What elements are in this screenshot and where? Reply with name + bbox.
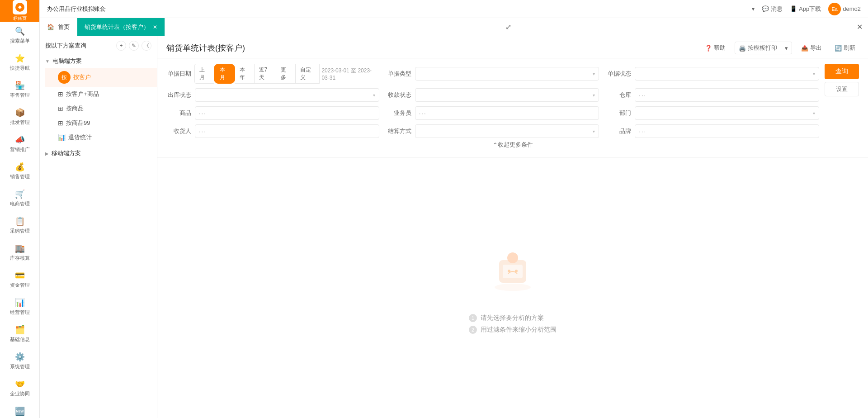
- out-status-select[interactable]: ▾: [195, 88, 379, 102]
- messages-button[interactable]: 💬 消息: [762, 5, 783, 13]
- order-type-chevron-icon: ▾: [593, 71, 595, 76]
- empty-tips: 1 请先选择要分析的方案 2 用过滤条件来缩小分析范围: [469, 314, 557, 334]
- order-type-select[interactable]: ▾: [415, 67, 599, 81]
- filter-row-3: 商品 ··· 业务员 ···: [166, 106, 819, 120]
- tree-desktop-header[interactable]: ▼ 电脑端方案: [40, 54, 157, 68]
- query-button[interactable]: 查询: [825, 64, 859, 79]
- order-status-select[interactable]: ▾: [635, 67, 819, 81]
- user-menu[interactable]: Ea demo2: [828, 3, 861, 15]
- fullscreen-icon: ⤢: [505, 23, 511, 31]
- tab-sales-stats[interactable]: 销货单统计表（按客户） ✕: [77, 18, 165, 36]
- edit-scheme-button[interactable]: ✎: [129, 41, 139, 51]
- warehouse-input[interactable]: ···: [635, 88, 819, 102]
- close-window-icon: ✕: [857, 23, 863, 31]
- empty-tip-1: 1 请先选择要分析的方案: [469, 314, 557, 322]
- tree-mobile-toggle-icon: ▶: [45, 151, 49, 156]
- left-panel: 按以下方案查询 + ✎ 《 ▼ 电脑端方案 按 按客户: [40, 36, 157, 418]
- date-btn-last-month[interactable]: 上月: [194, 64, 214, 84]
- search-icon: 🔍: [15, 26, 25, 36]
- sidebar-item-newbie[interactable]: 🆕 新手引导: [0, 402, 39, 418]
- sidebar-item-base[interactable]: 🗂️ 基础信息: [0, 320, 39, 347]
- tree-item-by-goods-99[interactable]: ⊞ 按商品99: [45, 116, 157, 130]
- sidebar-item-purchase[interactable]: 📋 采购管理: [0, 212, 39, 239]
- grid-icon-3: ⊞: [58, 119, 63, 127]
- sidebar-item-operations[interactable]: 📊 经营管理: [0, 293, 39, 320]
- sidebar-item-search[interactable]: 🔍 搜索菜单: [0, 22, 39, 49]
- sidebar-item-enterprise[interactable]: 🤝 企业协同: [0, 375, 39, 402]
- date-btn-custom[interactable]: 自定义: [295, 64, 320, 84]
- tab-home[interactable]: 🏠 首页: [40, 18, 77, 36]
- help-button[interactable]: ❓ 帮助: [701, 42, 729, 54]
- date-btn-more[interactable]: 更多: [276, 64, 296, 84]
- date-btn-7days[interactable]: 近7天: [254, 64, 277, 84]
- order-status-label: 单据状态: [606, 70, 631, 78]
- bar-icon: 📊: [58, 134, 66, 141]
- print-dropdown-button[interactable]: ▾: [781, 43, 792, 53]
- settings-button[interactable]: 设置: [825, 82, 859, 96]
- sidebar-item-shortcuts[interactable]: ⭐ 快捷导航: [0, 49, 39, 76]
- print-button[interactable]: 🖨️ 按模板打印: [735, 42, 781, 54]
- collapse-panel-button[interactable]: 《: [142, 41, 151, 51]
- sidebar-item-retail[interactable]: 🏪 零售管理: [0, 76, 39, 103]
- payment-status-label: 收款状态: [387, 91, 411, 99]
- tree-item-customer-goods[interactable]: ⊞ 按客户+商品: [45, 87, 157, 101]
- topbar-actions: 💬 消息 📱 App下载 Ea demo2: [762, 3, 861, 15]
- sidebar-item-system[interactable]: ⚙️ 系统管理: [0, 347, 39, 375]
- export-button[interactable]: 📤 导出: [797, 42, 826, 54]
- date-btn-this-year[interactable]: 本年: [235, 64, 255, 84]
- warehouse-label: 仓库: [606, 91, 631, 99]
- collapse-more-button[interactable]: ⌃ 收起更多条件: [166, 138, 859, 152]
- filter-date: 单据日期 上月 本月 本年 近7天 更多 自定义 2023-03-01 至 20…: [166, 64, 379, 84]
- brand-label: 品牌: [606, 127, 631, 135]
- finance-icon: 💳: [15, 271, 25, 280]
- order-status-chevron-icon: ▾: [813, 71, 815, 76]
- app-download-button[interactable]: 📱 App下载: [790, 5, 821, 13]
- date-range-text: 2023-03-01 至 2023-03-31: [321, 67, 379, 81]
- tree-item-by-goods[interactable]: ⊞ 按商品: [45, 101, 157, 116]
- print-icon: 🖨️: [739, 45, 746, 52]
- sidebar-item-ecommerce[interactable]: 🛒 电商管理: [0, 185, 39, 212]
- empty-state: 1 请先选择要分析的方案 2 用过滤条件来缩小分析范围: [157, 157, 868, 418]
- fullscreen-button[interactable]: ⤢: [500, 23, 517, 31]
- sidebar-item-finance[interactable]: 💳 资金管理: [0, 266, 39, 293]
- department-select[interactable]: ▾: [635, 106, 819, 120]
- salesperson-input[interactable]: ···: [415, 106, 599, 120]
- date-label: 单据日期: [166, 70, 191, 78]
- tree-item-return-stats[interactable]: 📊 退货统计: [45, 130, 157, 145]
- filter-salesperson: 业务员 ···: [387, 106, 599, 120]
- sidebar-item-sales[interactable]: 💰 销售管理: [0, 157, 39, 185]
- filter-row-1: 单据日期 上月 本月 本年 近7天 更多 自定义 2023-03-01 至 20…: [166, 64, 819, 84]
- payment-status-chevron-icon: ▾: [593, 93, 595, 98]
- star-icon: ⭐: [15, 53, 25, 63]
- close-tab-button[interactable]: ✕: [851, 23, 868, 31]
- topbar-title: 办公用品行业模拟账套: [47, 5, 745, 13]
- filter-order-status: 单据状态 ▾: [606, 67, 819, 81]
- add-scheme-button[interactable]: +: [116, 41, 126, 51]
- topbar-dropdown[interactable]: ▾: [752, 6, 755, 12]
- tab-close-icon[interactable]: ✕: [153, 24, 157, 30]
- tree-mobile-header[interactable]: ▶ 移动端方案: [40, 147, 157, 160]
- settlement-select[interactable]: ▾: [415, 124, 599, 138]
- wholesale-icon: 📦: [15, 108, 25, 118]
- sidebar-item-inventory[interactable]: 🏬 库存核算: [0, 239, 39, 266]
- print-button-group: 🖨️ 按模板打印 ▾: [735, 42, 792, 54]
- message-icon: 💬: [762, 5, 769, 12]
- tree-mobile-label: 移动端方案: [52, 149, 81, 157]
- marketing-icon: 📣: [15, 135, 25, 145]
- logo[interactable]: 标账页: [0, 0, 39, 22]
- retail-icon: 🏪: [15, 81, 25, 90]
- payment-status-select[interactable]: ▾: [415, 88, 599, 102]
- sidebar-item-marketing[interactable]: 📣 营销推广: [0, 130, 39, 157]
- tree-item-by-customer[interactable]: 按 按客户: [45, 68, 157, 87]
- date-btn-this-month[interactable]: 本月: [214, 64, 236, 84]
- page-title: 销货单统计表(按客户): [166, 43, 245, 53]
- refresh-button[interactable]: 🔄 刷新: [831, 42, 859, 54]
- main-area: 办公用品行业模拟账套 ▾ 💬 消息 📱 App下载 Ea demo2 🏠 首页: [40, 0, 868, 418]
- filter-area: 单据日期 上月 本月 本年 近7天 更多 自定义 2023-03-01 至 20…: [157, 58, 868, 157]
- sidebar-item-wholesale[interactable]: 📦 批发管理: [0, 103, 39, 130]
- sales-icon: 💰: [15, 162, 25, 172]
- goods-input[interactable]: ···: [195, 106, 379, 120]
- receiver-input[interactable]: ···: [195, 124, 379, 138]
- brand-input[interactable]: ···: [635, 124, 819, 138]
- filter-receiver: 收货人 ···: [166, 124, 379, 138]
